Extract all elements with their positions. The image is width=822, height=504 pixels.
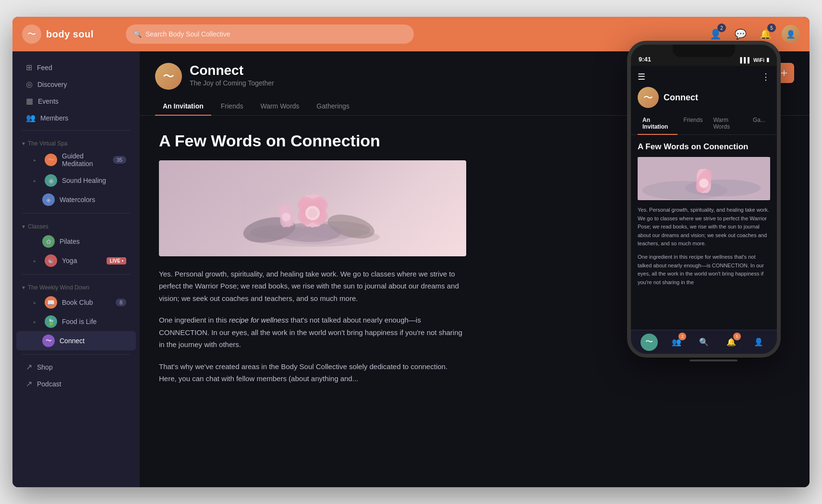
section-label: The Virtual Spa [28, 140, 68, 147]
phone-article-body: Yes. Personal growth, spirituality, and … [638, 206, 770, 287]
watercolors-icon: ◈ [42, 193, 55, 206]
food-is-life-icon: 🍃 [45, 315, 57, 328]
svg-point-26 [699, 179, 709, 188]
yoga-live-badge: LIVE • [107, 257, 126, 264]
connect-icon: 〜 [42, 335, 55, 347]
section-collapse-icon: ▾ [22, 140, 25, 147]
phone-content: ☰ ⋮ 〜 Connect An Invitation Friends Warm… [631, 66, 777, 330]
phone-connect-title: Connect [664, 93, 698, 103]
search-placeholder: Search Body Soul Collective [145, 30, 230, 38]
section-virtual-spa[interactable]: ▾ The Virtual Spa [12, 134, 140, 149]
phone-home-nav[interactable]: 〜 [641, 334, 658, 351]
phone-article-title: A Few Words on Conenction [638, 142, 770, 152]
sidebar-item-food-is-life[interactable]: ▸ 🍃 Food is Life [16, 312, 136, 331]
item-label: Pilates [60, 238, 80, 245]
item-label: Guided Meditation [62, 152, 108, 168]
sound-healing-icon: ◉ [45, 174, 57, 187]
item-label: Sound Healing [62, 177, 106, 184]
search-icon: 🔍 [133, 30, 142, 38]
phone-tab-invitation[interactable]: An Invitation [638, 113, 677, 135]
article-paragraph-3: That's why we've created areas in the Bo… [159, 360, 466, 385]
logo-icon: 〜 [22, 24, 41, 44]
sidebar-item-discovery[interactable]: ◎ Discovery [16, 76, 136, 93]
sidebar-item-watercolors[interactable]: ◈ Watercolors [16, 190, 136, 209]
tab-gatherings[interactable]: Gatherings [309, 97, 357, 116]
phone-profile-row: 〜 Connect [631, 82, 777, 113]
sidebar-item-label: Feed [37, 64, 52, 72]
chat-icon: 💬 [735, 28, 747, 40]
sidebar: ⊞ Feed ◎ Discovery ▦ Events 👥 Members ▾ … [12, 51, 140, 487]
sidebar-item-yoga[interactable]: ▸ ☯ Yoga LIVE • [16, 251, 136, 270]
guided-meditation-icon: 〜 [45, 154, 57, 166]
article-paragraph-1: Yes. Personal growth, spirituality, and … [159, 268, 466, 305]
external-link-icon: ↗ [26, 379, 32, 388]
notifications-icon-button[interactable]: 🔔 5 [757, 25, 774, 43]
expand-arrow-icon: ▸ [34, 157, 36, 163]
mobile-mockup: 9:41 ▌▌▌ WiFi ▮ ☰ ⋮ 〜 Connect [627, 41, 800, 386]
phone-notification-icon-btn[interactable]: 🔔 5 [723, 334, 740, 351]
sidebar-item-label: Discovery [37, 81, 67, 88]
item-label: Food is Life [62, 318, 97, 325]
expand-arrow-icon: ▸ [34, 258, 36, 264]
sidebar-item-members[interactable]: 👥 Members [16, 109, 136, 126]
sidebar-item-label: Shop [37, 363, 53, 371]
phone-menu-icon[interactable]: ☰ [638, 72, 645, 82]
phone-friends-icon-btn[interactable]: 👥 2 [668, 334, 685, 351]
events-icon: ▦ [26, 96, 33, 106]
sidebar-item-podcast[interactable]: ↗ Podcast [16, 375, 136, 392]
phone-bottom-bar: 〜 👥 2 🔍 🔔 5 👤 [631, 330, 777, 354]
phone-tab-gatherings[interactable]: Ga... [748, 113, 770, 135]
article-title: A Few Words on Connection [159, 131, 466, 151]
section-label: Classes [28, 223, 48, 230]
phone-more-icon[interactable]: ⋮ [762, 72, 770, 82]
app-name: body soul [46, 29, 94, 40]
phone-notification-badge: 5 [733, 333, 741, 340]
phone-tab-friends[interactable]: Friends [678, 113, 707, 135]
tab-warm-words[interactable]: Warm Words [253, 97, 307, 116]
sidebar-divider-4 [22, 354, 130, 355]
sidebar-divider-1 [22, 130, 130, 131]
expand-arrow-icon: ▸ [34, 300, 36, 305]
sidebar-item-feed[interactable]: ⊞ Feed [16, 59, 136, 76]
friends-badge: 2 [717, 24, 726, 32]
article-content: A Few Words on Connection [140, 116, 485, 410]
phone-tabs: An Invitation Friends Warm Words Ga... [631, 113, 777, 135]
phone-top-bar: ☰ ⋮ [631, 66, 777, 82]
app-window: 〜 body soul 🔍 Search Body Soul Collectiv… [12, 17, 810, 487]
members-icon: 👥 [26, 113, 36, 122]
search-bar[interactable]: 🔍 Search Body Soul Collective [126, 24, 414, 44]
signal-icon: ▌▌▌ [740, 57, 751, 63]
section-classes[interactable]: ▾ Classes [12, 217, 140, 232]
sidebar-item-guided-meditation[interactable]: ▸ 〜 Guided Meditation 35 [16, 149, 136, 171]
tab-invitation[interactable]: An Invitation [155, 97, 211, 116]
item-label: Yoga [62, 257, 77, 264]
article-hero-image [159, 160, 466, 256]
sidebar-item-book-club[interactable]: ▸ 📖 Book Club 8 [16, 293, 136, 312]
phone-tab-warm-words[interactable]: Warm Words [708, 113, 747, 135]
sidebar-item-pilates[interactable]: ✿ Pilates [16, 232, 136, 251]
section-weekly-wind-down[interactable]: ▾ The Weekly Wind Down [12, 278, 140, 293]
friends-icon-button[interactable]: 👤 2 [707, 25, 724, 43]
sidebar-item-shop[interactable]: ↗ Shop [16, 359, 136, 375]
item-label: Connect [60, 337, 85, 345]
logo-area: 〜 body soul [22, 24, 118, 44]
phone-search-icon-btn[interactable]: 🔍 [695, 334, 713, 351]
sidebar-item-connect[interactable]: 〜 Connect [16, 331, 136, 350]
section-label: The Weekly Wind Down [28, 284, 89, 291]
external-link-icon: ↗ [26, 362, 32, 372]
item-label: Watercolors [60, 196, 95, 204]
article-body: Yes. Personal growth, spirituality, and … [159, 268, 466, 385]
phone-time: 9:41 [639, 56, 651, 63]
chat-icon-button[interactable]: 💬 [732, 25, 749, 43]
phone-profile-nav[interactable]: 👤 [750, 334, 767, 351]
sidebar-item-events[interactable]: ▦ Events [16, 93, 136, 109]
phone-search-nav[interactable]: 🔍 [695, 334, 713, 351]
phone-notch [673, 45, 735, 57]
phone-profile-icon-btn[interactable]: 👤 [750, 334, 767, 351]
phone-home-icon-btn[interactable]: 〜 [641, 334, 658, 351]
tab-friends[interactable]: Friends [213, 97, 251, 116]
guided-meditation-badge: 35 [113, 156, 126, 164]
section-collapse-icon: ▾ [22, 223, 25, 230]
phone-article-image [638, 157, 770, 200]
sidebar-item-sound-healing[interactable]: ▸ ◉ Sound Healing [16, 171, 136, 190]
